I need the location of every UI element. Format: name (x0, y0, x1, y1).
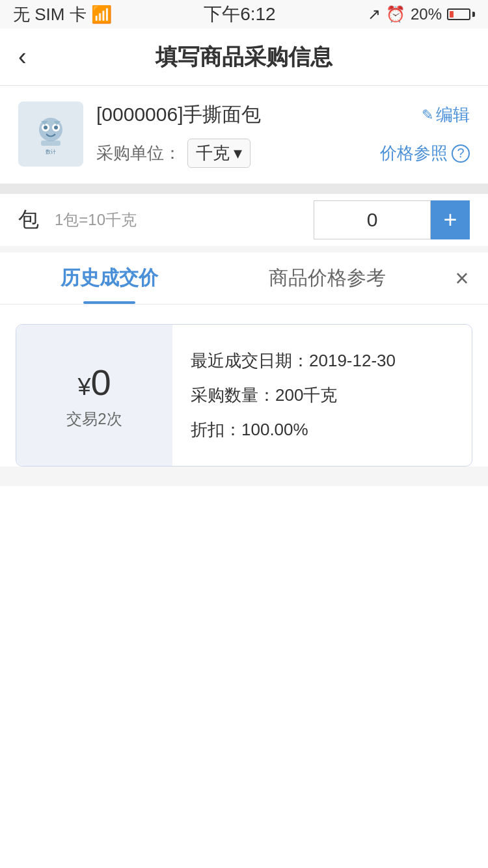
battery-percent: 20% (411, 5, 442, 23)
edit-button[interactable]: ✎ 编辑 (422, 103, 470, 126)
status-bar: 无 SIM 卡 📶 下午6:12 ↗ ⏰ 20% (0, 0, 488, 29)
purchase-qty-value: 200千克 (275, 385, 337, 405)
alarm-icon: ⏰ (386, 5, 405, 23)
recent-date-value: 2019-12-30 (309, 351, 396, 370)
product-name-row: [0000006]手撕面包 ✎ 编辑 (96, 102, 470, 128)
location-icon: ↗ (368, 5, 381, 23)
recent-date-label: 最近成交日期： (191, 351, 309, 370)
bottom-panel: 历史成交价 商品价格参考 × ¥0 交易2次 最近成交日期：2019-12-30… (0, 252, 488, 467)
quantity-conversion-label: 1包=10千克 (55, 210, 137, 230)
svg-point-4 (54, 126, 58, 129)
discount-row: 折扣：100.00% (191, 417, 454, 442)
purchase-unit-row: 采购单位： 千克 ▾ 价格参照 ? (96, 139, 470, 168)
edit-label: 编辑 (436, 103, 470, 126)
quantity-row: 包 1包=10千克 + (0, 194, 488, 246)
status-time: 下午6:12 (204, 2, 276, 27)
battery-icon (447, 8, 475, 20)
section-divider (0, 183, 488, 194)
wifi-icon: 📶 (91, 5, 112, 24)
price-ref-button[interactable]: 价格参照 ? (380, 142, 470, 165)
currency-symbol: ¥ (77, 373, 90, 400)
purchase-qty-label: 采购数量： (191, 385, 275, 405)
quantity-unit-label: 包 (18, 206, 39, 234)
unit-value: 千克 (196, 142, 230, 165)
unit-selector-group: 采购单位： 千克 ▾ (96, 139, 251, 168)
page-title: 填写商品采购信息 (156, 42, 332, 72)
discount-value: 100.00% (241, 420, 308, 439)
product-name: [0000006]手撕面包 (96, 102, 261, 128)
tabs-row: 历史成交价 商品价格参考 × (0, 252, 488, 305)
svg-rect-5 (41, 141, 61, 146)
tab-history-price-label: 历史成交价 (61, 265, 158, 292)
product-info: [0000006]手撕面包 ✎ 编辑 采购单位： 千克 ▾ 价格参照 ? (96, 102, 470, 168)
discount-label: 折扣： (191, 420, 241, 439)
purchase-unit-label: 采购单位： (96, 142, 181, 165)
tab-product-price-ref-label: 商品价格参考 (269, 265, 386, 292)
help-icon: ? (452, 144, 470, 163)
sim-label: 无 SIM 卡 (13, 5, 91, 24)
quantity-input-group: + (314, 200, 470, 239)
tab-active-underline (83, 301, 135, 304)
svg-point-3 (44, 126, 47, 129)
product-image-icon: 数计 (28, 111, 74, 157)
price-value: 0 (90, 362, 111, 403)
quantity-input[interactable] (314, 200, 431, 239)
purchase-qty-row: 采购数量：200千克 (191, 383, 454, 408)
price-card-left: ¥0 交易2次 (16, 325, 172, 466)
recent-date-row: 最近成交日期：2019-12-30 (191, 348, 454, 373)
tab-product-price-ref[interactable]: 商品价格参考 (218, 252, 436, 304)
price-ref-label: 价格参照 (380, 142, 448, 165)
price-amount: ¥0 (77, 361, 111, 403)
price-card: ¥0 交易2次 最近成交日期：2019-12-30 采购数量：200千克 折扣：… (16, 324, 472, 467)
edit-icon: ✎ (422, 107, 433, 124)
status-left: 无 SIM 卡 📶 (13, 3, 112, 26)
dropdown-arrow-icon: ▾ (234, 143, 242, 163)
status-right: ↗ ⏰ 20% (368, 5, 475, 23)
product-thumbnail: 数计 (18, 102, 83, 167)
tab-history-price[interactable]: 历史成交价 (0, 252, 218, 304)
back-button[interactable]: ‹ (18, 43, 27, 71)
svg-text:数计: 数计 (46, 149, 56, 155)
nav-bar: ‹ 填写商品采购信息 (0, 29, 488, 86)
quantity-plus-button[interactable]: + (431, 200, 470, 239)
product-section: 数计 [0000006]手撕面包 ✎ 编辑 采购单位： 千克 ▾ 价格参照 (0, 86, 488, 183)
main-content-area (0, 486, 488, 868)
price-card-right: 最近成交日期：2019-12-30 采购数量：200千克 折扣：100.00% (172, 325, 472, 466)
unit-dropdown[interactable]: 千克 ▾ (187, 139, 251, 168)
tab-close-button[interactable]: × (436, 252, 488, 304)
price-transactions: 交易2次 (66, 409, 122, 429)
